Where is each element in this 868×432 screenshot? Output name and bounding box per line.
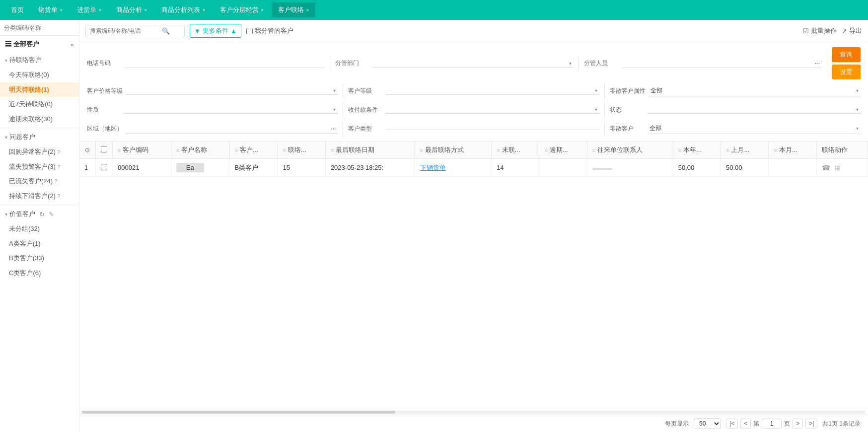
dept-select[interactable]: ▾ xyxy=(373,60,573,68)
prev-page-button[interactable]: < xyxy=(740,419,751,429)
col-unlisted[interactable]: ≡未联... xyxy=(492,142,539,159)
customer-level-select[interactable]: ▾ xyxy=(386,87,599,95)
person-label: 分管人员 xyxy=(584,59,619,68)
contact-icon[interactable]: ☎ xyxy=(822,164,830,172)
nav-customer-contact[interactable]: 客户联络 × xyxy=(272,2,315,17)
export-button[interactable]: ↗ 导出 xyxy=(842,26,862,35)
select-all-checkbox[interactable] xyxy=(101,146,107,152)
retail-attr-label: 零散客户属性 xyxy=(610,87,646,95)
row-checkbox[interactable] xyxy=(96,159,113,177)
row-no: 1 xyxy=(79,159,96,177)
grid-icon[interactable]: ⊞ xyxy=(834,164,840,172)
last-page-button[interactable]: >| xyxy=(805,419,817,429)
retail-select[interactable]: 全部 ▾ xyxy=(648,123,861,134)
nav-product-analysis[interactable]: 商品分析 × xyxy=(110,2,153,17)
person-select[interactable]: ··· xyxy=(622,59,822,68)
sidebar-group-problem[interactable]: 问题客户 xyxy=(0,130,79,144)
scrollbar-track xyxy=(82,411,866,414)
sidebar-item-overdue-pending[interactable]: 逾期未联络(30) xyxy=(0,112,79,127)
customer-type-label: 客户类型 xyxy=(348,125,383,133)
col-last-contact-method[interactable]: ≡最后联络方式 xyxy=(415,142,492,159)
row-last-month: 50.00 xyxy=(721,159,769,177)
sidebar-item-class-c[interactable]: C类客户(6) xyxy=(0,266,79,281)
nav-customer-tier[interactable]: 客户分层经营 × xyxy=(214,2,270,17)
nav-home[interactable]: 首页 xyxy=(5,2,30,17)
dots-icon[interactable]: ··· xyxy=(815,60,820,67)
checkbox-icon: ☑ xyxy=(803,27,809,35)
sidebar-group-pending[interactable]: 待联络客户 xyxy=(0,53,79,68)
close-icon[interactable]: × xyxy=(306,7,309,13)
col-this-year[interactable]: ≡本年... xyxy=(673,142,721,159)
close-icon[interactable]: × xyxy=(261,7,264,13)
close-icon[interactable]: × xyxy=(98,7,101,13)
page-label: 第 xyxy=(753,420,759,428)
col-overdue[interactable]: ≡逾期... xyxy=(539,142,587,159)
close-icon[interactable]: × xyxy=(202,7,205,13)
phone-label: 电话号码 xyxy=(87,59,122,68)
nature-select[interactable]: ▾ xyxy=(125,106,338,114)
collapse-icon[interactable]: « xyxy=(71,41,74,48)
next-page-button[interactable]: > xyxy=(793,419,803,429)
sidebar-item-repurchase-abnormal[interactable]: 回购异常客户(2) ? xyxy=(0,144,79,159)
customer-type-select[interactable] xyxy=(386,128,599,130)
scrollbar-thumb[interactable] xyxy=(82,411,395,414)
page-size-select[interactable]: 50 100 200 xyxy=(694,418,721,429)
sidebar-item-lost-warning[interactable]: 流失预警客户(3) ? xyxy=(0,159,79,174)
sidebar-item-declining[interactable]: 持续下滑客户(2) ? xyxy=(0,189,79,204)
nav-sales-order[interactable]: 销货单 × xyxy=(32,2,69,17)
sidebar-search-input[interactable] xyxy=(4,24,78,31)
close-icon[interactable]: × xyxy=(60,7,63,13)
col-customer-type[interactable]: ≡客户... xyxy=(229,142,278,159)
price-level-select[interactable]: ▾ xyxy=(126,87,338,95)
col-last-contact-date[interactable]: ≡最后联络日期 xyxy=(325,142,415,159)
sidebar-item-class-b[interactable]: B类客户(33) xyxy=(0,251,79,266)
sidebar-item-ungrouped[interactable]: 未分组(32) xyxy=(0,221,79,236)
sidebar-item-class-a[interactable]: A类客户(1) xyxy=(0,236,79,251)
filter-region: 区域（地区） ··· xyxy=(87,124,338,134)
column-checkbox[interactable] xyxy=(96,142,113,159)
set-button[interactable]: 设置 xyxy=(832,65,861,79)
filter-dept: 分管部门 ▾ xyxy=(335,59,573,68)
search-input[interactable] xyxy=(90,27,159,34)
first-page-button[interactable]: |< xyxy=(726,419,738,429)
nav-product-analysis-list[interactable]: 商品分析列表 × xyxy=(155,2,211,17)
sidebar-item-7days-pending[interactable]: 近7天待联络(0) xyxy=(0,97,79,112)
query-button[interactable]: 查询 xyxy=(832,47,861,62)
search-box[interactable]: 🔍 xyxy=(85,25,185,37)
retail-attr-select[interactable]: 全部 ▾ xyxy=(649,85,861,96)
filter-row-2: 客户价格等级 ▾ 客户等级 ▾ 零散客户属性 xyxy=(87,83,861,98)
phone-input[interactable] xyxy=(125,59,325,68)
sidebar-item-lost[interactable]: 已流失客户(24) ? xyxy=(0,174,79,189)
col-unit-contact[interactable]: ≡往来单位联系人 xyxy=(587,142,673,159)
chevron-down-icon: ▾ xyxy=(333,88,336,93)
filter-icon: ▼ xyxy=(194,27,201,35)
search-icon[interactable]: 🔍 xyxy=(162,27,170,35)
col-contact-count[interactable]: ≡联络... xyxy=(278,142,325,159)
col-customer-code[interactable]: ≡客户编码 xyxy=(113,142,171,159)
page-number-input[interactable] xyxy=(762,419,782,429)
col-last-month[interactable]: ≡上月... xyxy=(721,142,769,159)
sidebar-search-area: 🔍 xyxy=(0,20,79,36)
nav-purchase-order[interactable]: 进货单 × xyxy=(71,2,107,17)
my-customers-checkbox[interactable]: 我分管的客户 xyxy=(246,26,293,35)
chevron-down-icon: ▾ xyxy=(333,107,336,112)
sidebar-item-tomorrow-pending[interactable]: 明天待联络(1) xyxy=(0,82,79,97)
column-settings[interactable]: ⚙ xyxy=(79,142,96,159)
sidebar-group-value[interactable]: 价值客户 ↻ ✎ xyxy=(0,207,79,221)
region-select[interactable]: ··· xyxy=(126,124,338,134)
row-select-checkbox[interactable] xyxy=(101,164,107,170)
col-customer-name[interactable]: ≡客户名称 xyxy=(171,142,229,159)
horizontal-scrollbar[interactable] xyxy=(79,409,868,415)
status-select[interactable]: ▾ xyxy=(648,106,861,114)
payment-select[interactable]: ▾ xyxy=(386,106,599,114)
row-last-contact-method: 下销货单 xyxy=(415,159,492,177)
sidebar-item-today-pending[interactable]: 今天待联络(0) xyxy=(0,68,79,82)
more-filter-button[interactable]: ▼ 更多条件 ▲ xyxy=(190,24,241,38)
col-this-month[interactable]: ≡本月... xyxy=(769,142,816,159)
batch-operation-button[interactable]: ☑ 批量操作 xyxy=(803,26,837,35)
toolbar: 🔍 ▼ 更多条件 ▲ 我分管的客户 ☑ 批量操作 ↗ 导出 xyxy=(79,20,868,42)
close-icon[interactable]: × xyxy=(144,7,147,13)
dots-icon[interactable]: ··· xyxy=(331,125,336,132)
row-this-year: 50.00 xyxy=(673,159,721,177)
my-customers-check[interactable] xyxy=(246,28,253,34)
